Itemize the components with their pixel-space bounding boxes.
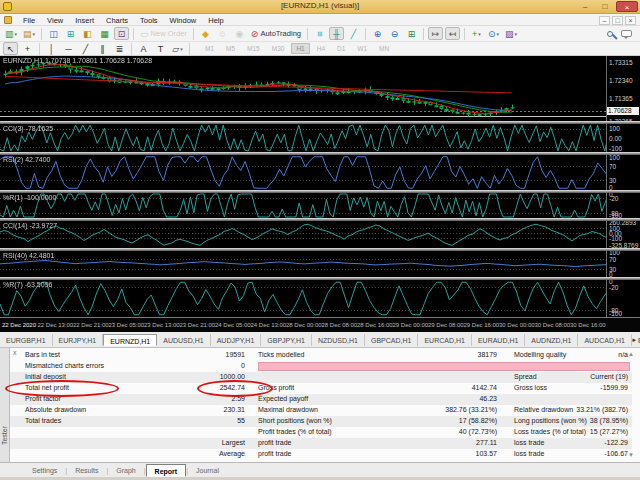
menu-charts[interactable]: Charts [100, 16, 134, 25]
tester-tab-journal[interactable]: Journal [188, 464, 227, 477]
shapes-button[interactable]: ▱▾ [170, 42, 185, 55]
timeframe-m1[interactable]: M1 [200, 43, 219, 54]
indicators-button[interactable]: +▾ [469, 27, 484, 40]
menu-help[interactable]: Help [202, 16, 229, 25]
auto-scroll-button[interactable]: ↦ [428, 27, 443, 40]
timeframe-mn[interactable]: MN [374, 43, 394, 54]
menu-window[interactable]: Window [164, 16, 203, 25]
pane-separator[interactable] [0, 277, 640, 280]
tester-tab-report[interactable]: Report [146, 464, 187, 477]
line-chart-button[interactable]: ╱ [346, 27, 361, 40]
crosshair-button[interactable]: + [20, 42, 35, 55]
pane-separator[interactable] [0, 218, 640, 221]
chart-tab-eurgbp[interactable]: EURGBP,H1 [0, 334, 53, 346]
mdi-minimize-button[interactable]: – [599, 16, 610, 25]
tester-close-icon[interactable]: x [13, 349, 17, 356]
main-chart-canvas[interactable] [0, 56, 606, 121]
metaeditor-button[interactable]: ◆ [198, 27, 213, 40]
indicator-pane-canvas[interactable] [0, 251, 606, 277]
zoom-in-button[interactable]: ⊕ [370, 27, 385, 40]
indicator-pane[interactable]: %R(7) -63.5096 [0, 280, 640, 317]
periods-button[interactable]: ⊙▾ [486, 27, 501, 40]
chart-region[interactable]: 1.733151.723401.713651.706281.70365EURNZ… [0, 56, 640, 332]
tab-overflow-icon[interactable]: ▸ [632, 336, 636, 344]
bar-chart-button[interactable]: ≡ [312, 27, 327, 40]
scroll-up-icon[interactable]: ▲ [628, 351, 634, 357]
tester-tab-results[interactable]: Results [67, 464, 106, 477]
new-chart-button[interactable]: ▥▾ [3, 27, 19, 40]
timeframe-h4[interactable]: H4 [312, 43, 330, 54]
fibonacci-button[interactable]: ≣ [112, 42, 127, 55]
trendline-button[interactable]: ╱ [78, 42, 93, 55]
chart-shift-button[interactable]: ↤ [445, 27, 460, 40]
channel-button[interactable]: ∥ [95, 42, 110, 55]
indicator-pane-canvas[interactable] [0, 221, 606, 248]
timeframe-d1[interactable]: D1 [332, 43, 350, 54]
new-order-button[interactable]: ▭New Order [138, 27, 189, 40]
pane-separator[interactable] [0, 152, 640, 155]
autotrading-button[interactable]: ⊘AutoTrading [249, 27, 303, 40]
mdi-close-button[interactable]: × [625, 16, 636, 25]
expert-advisors-button[interactable]: ☺ [215, 27, 230, 40]
menu-tools[interactable]: Tools [134, 16, 164, 25]
templates-button[interactable]: ▨▾ [503, 27, 519, 40]
data-window-button[interactable]: ⊞ [63, 27, 78, 40]
indicator-pane-canvas[interactable] [0, 124, 606, 152]
chart-tab-euraud[interactable]: EURAUD,H1 [472, 334, 525, 346]
cursor-button[interactable]: ↖ [3, 42, 18, 55]
menu-insert[interactable]: Insert [69, 16, 100, 25]
strategy-tester-button[interactable]: ⊡ [114, 27, 129, 40]
indicator-pane[interactable]: RSI(40) 42.4801 [0, 251, 640, 277]
indicator-pane[interactable]: RSI(2) 42.7400 [0, 155, 640, 190]
horizontal-line-button[interactable]: ─ [61, 42, 76, 55]
indicator-pane-canvas[interactable] [0, 193, 606, 218]
chart-tab-gbpjpy[interactable]: GBPJPY,H1 [261, 334, 312, 346]
candlestick-chart-button[interactable]: ╫ [329, 27, 344, 40]
scripts-button[interactable]: ◉ [232, 27, 247, 40]
chart-tab-eurcad[interactable]: EURCAD,H1 [418, 334, 471, 346]
text-label-button[interactable]: T [153, 42, 168, 55]
scroll-down-icon[interactable]: ▼ [628, 452, 634, 458]
timeframe-m5[interactable]: M5 [221, 43, 240, 54]
chat-icon[interactable] [621, 30, 632, 37]
zoom-out-button[interactable]: ⊖ [387, 27, 402, 40]
minimize-button[interactable]: – [576, 1, 594, 12]
chart-tab-eurjpy[interactable]: EURJPY,H1 [53, 334, 104, 346]
indicator-pane[interactable]: CCI(14) -23.9727 [0, 221, 640, 248]
chart-tab-audjpy[interactable]: AUDJPY,H1 [211, 334, 262, 346]
search-key-icon[interactable] [607, 31, 613, 37]
terminal-button[interactable]: ▦ [97, 27, 112, 40]
maximize-button[interactable]: □ [596, 1, 614, 12]
chart-tab-nzdusd[interactable]: NZDUSD,H1 [312, 334, 365, 346]
text-button[interactable]: A [136, 42, 151, 55]
menu-view[interactable]: View [41, 16, 69, 25]
indicator-pane[interactable]: CCI(3) -78.1625 [0, 124, 640, 152]
pane-separator[interactable] [0, 190, 640, 193]
timeframe-m30[interactable]: M30 [267, 43, 290, 54]
mdi-restore-button[interactable]: □ [612, 16, 623, 25]
close-button[interactable]: × [616, 1, 638, 12]
navigator-button[interactable]: ◧ [80, 27, 95, 40]
vertical-line-button[interactable]: │ [44, 42, 59, 55]
main-chart-pane[interactable]: EURNZD,H1 1.70738 1.70801 1.70628 1.7062… [0, 56, 640, 121]
indicator-pane-canvas[interactable] [0, 280, 606, 317]
tester-tab-settings[interactable]: Settings [24, 464, 65, 477]
chart-tab-gbpcad[interactable]: GBPCAD,H1 [365, 334, 418, 346]
market-watch-button[interactable]: ◫ [46, 27, 61, 40]
time-axis[interactable]: 22 Dec 202022 Dec 13:0022 Dec 21:0023 De… [0, 317, 640, 332]
menu-file[interactable]: File [17, 16, 41, 25]
chart-tab-audnzd[interactable]: AUDNZD,H1 [525, 334, 578, 346]
indicator-pane-canvas[interactable] [0, 155, 606, 190]
pane-separator[interactable] [0, 121, 640, 124]
timeframe-w1[interactable]: W1 [352, 43, 372, 54]
chart-tab-eurnzd[interactable]: EURNZD,H1 [103, 334, 157, 346]
indicator-pane[interactable]: %R(1) -100.0000 [0, 193, 640, 218]
chart-tab-audcad[interactable]: AUDCAD,H1 [578, 334, 631, 346]
tile-windows-button[interactable]: ⊞ [404, 27, 419, 40]
chart-tab-audusd[interactable]: AUDUSD,H1 [157, 334, 210, 346]
pane-separator[interactable] [0, 248, 640, 251]
profiles-button[interactable]: ▤▾ [21, 27, 37, 40]
timeframe-h1[interactable]: H1 [291, 43, 309, 54]
tester-tab-graph[interactable]: Graph [108, 464, 143, 477]
timeframe-m15[interactable]: M15 [242, 43, 265, 54]
